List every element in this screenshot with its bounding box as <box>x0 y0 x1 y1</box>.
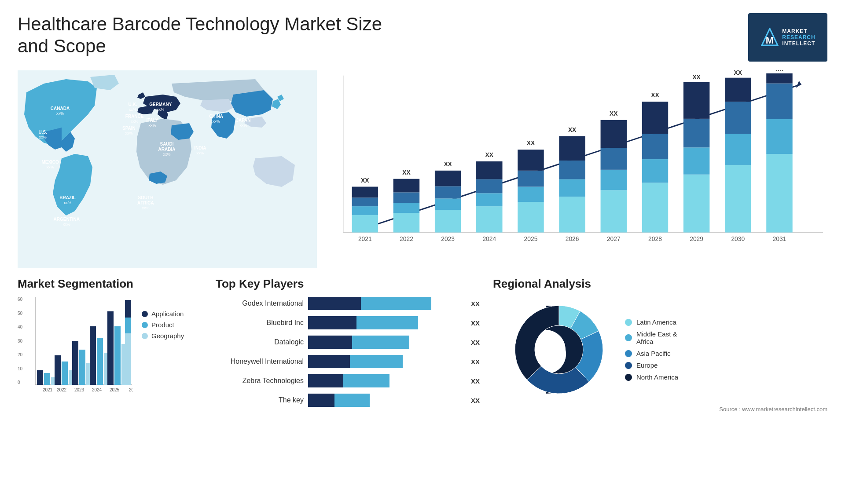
svg-rect-7 <box>352 215 378 233</box>
svg-text:2025: 2025 <box>110 387 120 392</box>
svg-text:2030: 2030 <box>731 235 745 242</box>
svg-text:XX: XX <box>444 161 452 168</box>
svg-text:2022: 2022 <box>400 235 413 242</box>
asia-pacific-dot <box>625 350 632 357</box>
svg-text:XX: XX <box>734 70 742 76</box>
country-argentina: ARGENTINAxx% <box>54 217 80 227</box>
legend-asia-pacific: Asia Pacific <box>625 350 678 357</box>
player-row: The key XX <box>216 394 480 407</box>
svg-rect-57 <box>683 119 709 147</box>
svg-rect-76 <box>44 373 50 385</box>
svg-rect-9 <box>352 197 378 206</box>
svg-rect-26 <box>476 193 502 206</box>
country-italy: ITALYxx% <box>146 118 158 128</box>
svg-rect-75 <box>37 370 43 385</box>
regional-title: Regional Analysis <box>493 277 827 291</box>
y-label-40: 40 <box>18 325 22 329</box>
svg-text:XX: XX <box>651 91 659 99</box>
svg-rect-97 <box>125 333 131 385</box>
country-mexico: MEXICOxx% <box>41 160 59 170</box>
player-name: Godex International <box>216 299 304 307</box>
svg-rect-25 <box>476 206 502 232</box>
player-bar <box>308 374 463 387</box>
country-japan: JAPANxx% <box>236 118 250 128</box>
country-us: U.S.xx% <box>39 130 47 140</box>
logo: M MARKET RESEARCH INTELLECT <box>748 13 827 62</box>
svg-text:2031: 2031 <box>773 235 786 242</box>
country-india: INDIAxx% <box>194 146 206 156</box>
player-val: XX <box>471 358 480 365</box>
map-svg <box>18 70 317 268</box>
svg-text:XX: XX <box>527 139 535 146</box>
svg-rect-63 <box>725 102 751 134</box>
country-china: CHINAxx% <box>209 114 223 124</box>
svg-rect-69 <box>766 84 792 119</box>
svg-rect-44 <box>601 170 627 190</box>
svg-rect-32 <box>518 187 544 202</box>
key-players-section: Top Key Players Godex International XX B… <box>216 277 480 413</box>
player-row: Zebra Technologies XX <box>216 374 480 387</box>
svg-rect-87 <box>90 326 96 385</box>
player-name: Honeywell International <box>216 358 304 365</box>
svg-text:XX: XX <box>402 169 411 176</box>
svg-rect-40 <box>559 136 585 161</box>
seg-legend-geography: Geography <box>142 332 184 340</box>
page-title: Healthcare Barcode Technology Market Siz… <box>18 13 414 58</box>
player-row: Bluebird Inc XX <box>216 316 480 329</box>
application-dot <box>142 311 148 317</box>
svg-text:XX: XX <box>485 151 494 158</box>
country-canada: CANADAxx% <box>51 106 70 116</box>
svg-rect-80 <box>62 362 68 385</box>
svg-rect-79 <box>55 355 61 385</box>
legend-latin-america: Latin America <box>625 318 678 326</box>
player-name: Datalogic <box>216 338 304 346</box>
player-bar <box>308 297 463 310</box>
svg-rect-50 <box>642 159 668 183</box>
svg-rect-14 <box>393 203 419 213</box>
svg-rect-83 <box>72 341 78 385</box>
player-val: XX <box>471 377 480 385</box>
y-label-20: 20 <box>18 352 22 357</box>
logo-line3: INTELLECT <box>782 40 815 47</box>
svg-text:M: M <box>766 35 774 46</box>
seg-legend-application: Application <box>142 310 184 318</box>
svg-text:XX: XX <box>775 70 784 73</box>
donut-slice <box>515 306 559 380</box>
header: Healthcare Barcode Technology Market Siz… <box>18 13 827 62</box>
svg-rect-8 <box>352 206 378 215</box>
svg-text:2026: 2026 <box>129 387 133 392</box>
svg-text:2027: 2027 <box>607 235 621 242</box>
svg-rect-15 <box>393 192 419 203</box>
country-spain: SPAINxx% <box>122 126 136 136</box>
svg-rect-19 <box>435 210 461 233</box>
latin-america-dot <box>625 319 632 326</box>
svg-text:XX: XX <box>610 110 618 117</box>
svg-rect-28 <box>476 161 502 179</box>
svg-text:2024: 2024 <box>482 235 496 242</box>
svg-text:2029: 2029 <box>690 235 703 242</box>
svg-text:XX: XX <box>361 177 369 184</box>
country-france: FRANCExx% <box>125 114 144 124</box>
svg-text:2023: 2023 <box>74 387 84 392</box>
page: Healthcare Barcode Technology Market Siz… <box>0 0 845 504</box>
player-bar <box>308 316 463 329</box>
player-name: The key <box>216 396 304 404</box>
country-germany: GERMANYxx% <box>149 102 172 112</box>
growth-chart-section: XX 2021 XX 2022 XX 2023 <box>326 70 827 268</box>
svg-rect-88 <box>97 338 103 385</box>
player-bar <box>308 394 463 407</box>
svg-rect-45 <box>601 148 627 170</box>
svg-rect-51 <box>642 134 668 159</box>
svg-rect-13 <box>393 213 419 233</box>
seg-chart-svg: 2021 2022 2023 <box>32 297 133 394</box>
player-val: XX <box>471 300 480 307</box>
svg-rect-20 <box>435 198 461 210</box>
player-bar <box>308 355 463 368</box>
svg-rect-22 <box>435 171 461 186</box>
svg-text:2028: 2028 <box>648 235 662 242</box>
svg-rect-61 <box>725 165 751 233</box>
svg-text:2023: 2023 <box>441 235 455 242</box>
donut-wrap: Latin America Middle East &Africa Asia P… <box>493 297 827 402</box>
player-row: Honeywell International XX <box>216 355 480 368</box>
player-val: XX <box>471 319 480 327</box>
